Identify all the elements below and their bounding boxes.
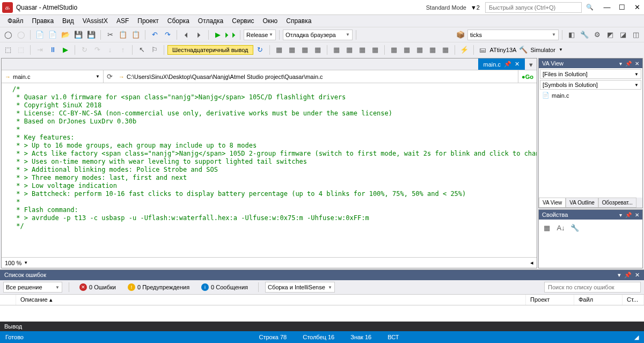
menu-file[interactable]: Файл xyxy=(3,16,28,26)
dbg-stepover-icon[interactable]: ↷ xyxy=(91,44,103,56)
symbols-in-solution-combo[interactable]: [Symbols in Solution]▼ xyxy=(540,80,641,90)
col-description[interactable]: Описание ▴ xyxy=(16,295,526,305)
prop-cat-icon[interactable]: ▦ xyxy=(541,222,553,233)
col-line[interactable]: Ст... xyxy=(623,295,644,305)
panel-menu-icon[interactable]: ▾ xyxy=(618,272,621,279)
run-no-debug-button[interactable]: ⏵⏵ xyxy=(225,29,237,41)
dbg-play-button[interactable]: ▶ xyxy=(60,44,71,56)
panel-menu-icon[interactable]: ▾ xyxy=(619,61,622,67)
cursor-icon[interactable]: ↖ xyxy=(136,44,148,56)
asf-icon[interactable]: 📦 xyxy=(455,29,466,41)
win-3-icon[interactable]: ▦ xyxy=(299,44,311,56)
close-button[interactable]: ✕ xyxy=(632,3,642,12)
panel-pin-icon[interactable]: 📌 xyxy=(625,212,632,218)
win-7-icon[interactable]: ▦ xyxy=(356,44,368,56)
win-6-icon[interactable]: ▦ xyxy=(343,44,355,56)
chip-icon[interactable]: 🖴 xyxy=(477,44,489,56)
code-area[interactable]: /* * Quasar v1.0 firmware for <span clas… xyxy=(2,83,537,257)
run-button[interactable]: ▶ xyxy=(212,29,224,41)
debug-browser-combo[interactable]: Отладка браузера▼ xyxy=(283,30,353,40)
panel-pin-icon[interactable]: 📌 xyxy=(625,61,632,67)
ext-2-icon[interactable]: 🔧 xyxy=(579,29,590,41)
ext-5-icon[interactable]: ◪ xyxy=(617,29,629,41)
flag-icon[interactable]: ⚐ xyxy=(149,44,160,56)
col-file[interactable]: Файл xyxy=(574,295,623,305)
prop-sort-icon[interactable]: A↓ xyxy=(555,222,567,233)
editor-tab-main[interactable]: main.c 📌 ✕ xyxy=(478,59,525,70)
menu-service[interactable]: Сервис xyxy=(228,16,258,26)
panel-close-icon[interactable]: ✕ xyxy=(635,272,640,279)
go-button[interactable]: ● Go xyxy=(518,70,537,83)
files-in-solution-combo[interactable]: [Files in Solution]▼ xyxy=(540,69,641,79)
menu-asf[interactable]: ASF xyxy=(112,16,133,26)
quick-launch-input[interactable] xyxy=(485,2,582,13)
errors-filter[interactable]: ✕0 Ошибки xyxy=(76,282,120,293)
redo-button[interactable]: ↷ xyxy=(162,29,173,41)
search-combo[interactable]: ticks▼ xyxy=(467,30,559,40)
menu-edit[interactable]: Правка xyxy=(28,16,58,26)
file-crumb-combo[interactable]: → main.c ▼ xyxy=(2,70,104,83)
copy-button[interactable]: 📋 xyxy=(117,29,129,41)
menu-view[interactable]: Вид xyxy=(58,16,78,26)
search-icon[interactable]: 🔍 xyxy=(586,4,594,11)
win-13-icon[interactable]: ▦ xyxy=(440,44,451,56)
new-project-button[interactable]: 📄 xyxy=(34,29,46,41)
messages-filter[interactable]: i0 Сообщения xyxy=(197,282,252,293)
win-9-icon[interactable]: ▦ xyxy=(388,44,400,56)
undo-button[interactable]: ↶ xyxy=(149,29,160,41)
scope-combo[interactable]: Все решение▼ xyxy=(3,282,62,293)
hex-output-button[interactable]: Шестнадцатеричный вывод xyxy=(167,45,253,55)
config-combo[interactable]: Release▼ xyxy=(244,30,276,40)
menu-build[interactable]: Сборка xyxy=(163,16,194,26)
menu-debug[interactable]: Отладка xyxy=(194,16,228,26)
maximize-button[interactable]: ☐ xyxy=(617,3,627,12)
step-prev-button[interactable]: ⏴ xyxy=(180,29,192,41)
menu-window[interactable]: Окно xyxy=(258,16,282,26)
save-all-button[interactable]: 💾 xyxy=(85,29,97,41)
warnings-filter[interactable]: !0 Предупреждения xyxy=(124,282,193,293)
dbg-restart-icon[interactable]: ↻ xyxy=(78,44,90,56)
step-next-button[interactable]: ⏵ xyxy=(193,29,205,41)
ext-3-icon[interactable]: ⚙ xyxy=(591,29,603,41)
win-4-icon[interactable]: ▦ xyxy=(312,44,324,56)
dbg-2-icon[interactable]: ⬚ xyxy=(15,44,27,56)
menu-vassistx[interactable]: VAssistX xyxy=(78,16,112,26)
ext-4-icon[interactable]: ◩ xyxy=(604,29,616,41)
error-search-input[interactable] xyxy=(544,282,641,293)
panel-menu-icon[interactable]: ▾ xyxy=(619,212,622,218)
lightning-icon[interactable]: ⚡ xyxy=(458,44,470,56)
paste-button[interactable]: 📋 xyxy=(130,29,142,41)
file-item-main[interactable]: 📄 main.c xyxy=(540,91,641,100)
dbg-break-icon[interactable]: ⇥ xyxy=(34,44,46,56)
tab-va-outline[interactable]: VA Outline xyxy=(566,198,598,208)
win-10-icon[interactable]: ▦ xyxy=(401,44,413,56)
tab-va-view[interactable]: VA View xyxy=(539,198,566,208)
panel-pin-icon[interactable]: 📌 xyxy=(624,272,632,279)
win-8-icon[interactable]: ▦ xyxy=(369,44,381,56)
nav-fwd-button[interactable]: ◯ xyxy=(15,29,27,41)
nav-back-button[interactable]: ◯ xyxy=(2,29,14,41)
hammer-icon[interactable]: 🔨 xyxy=(517,44,529,56)
menu-help[interactable]: Справка xyxy=(282,16,316,26)
ext-6-icon[interactable]: ◫ xyxy=(630,29,642,41)
mode-icon[interactable]: ▼2 xyxy=(471,4,480,11)
ext-1-icon[interactable]: ◧ xyxy=(566,29,577,41)
win-12-icon[interactable]: ▦ xyxy=(427,44,438,56)
dbg-stepin-icon[interactable]: ↓ xyxy=(104,44,116,56)
col-project[interactable]: Проект xyxy=(526,295,574,305)
cut-button[interactable]: ✂ xyxy=(104,29,116,41)
build-intellisense-combo[interactable]: Сборка и IntelliSense▼ xyxy=(265,282,335,293)
win-5-icon[interactable]: ▦ xyxy=(331,44,342,56)
tab-dropdown-icon[interactable]: ▾ xyxy=(525,59,537,70)
scroll-left-icon[interactable]: ◂ xyxy=(530,259,533,266)
dbg-1-icon[interactable]: ⬚ xyxy=(2,44,14,56)
sync-icon[interactable]: ⟳ xyxy=(104,71,115,83)
tab-explorer[interactable]: Обозреват... xyxy=(598,198,636,208)
open-button[interactable]: 📂 xyxy=(60,29,71,41)
prop-wrench-icon[interactable]: 🔧 xyxy=(569,222,581,233)
minimize-button[interactable]: — xyxy=(602,3,612,12)
refresh-icon[interactable]: ↻ xyxy=(254,44,266,56)
output-panel-title[interactable]: Вывод xyxy=(0,322,644,331)
dbg-pause-button[interactable]: ⏸ xyxy=(47,44,58,56)
save-button[interactable]: 💾 xyxy=(72,29,84,41)
